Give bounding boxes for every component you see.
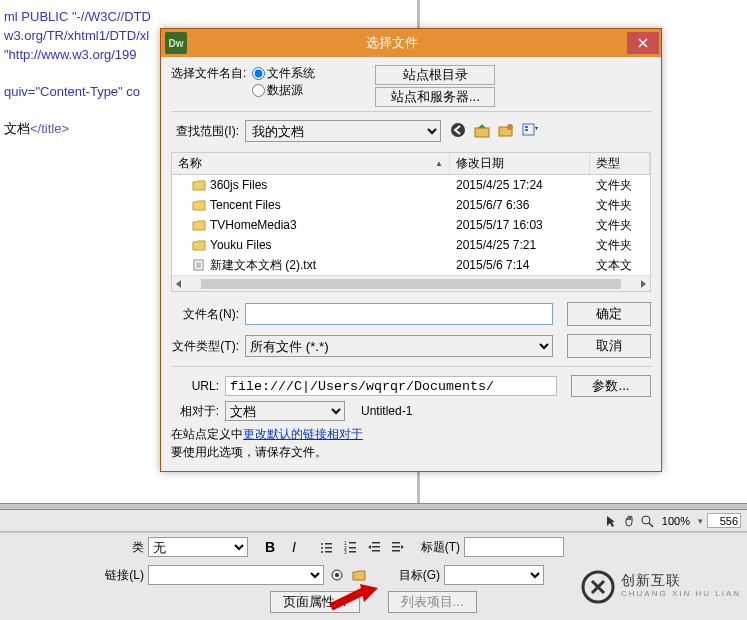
list-item-button[interactable]: 列表项目... — [388, 591, 477, 613]
file-type: 文件夹 — [590, 177, 650, 194]
relative-select[interactable]: 文档 — [225, 401, 345, 421]
filename-label: 文件名(N): — [171, 306, 245, 323]
hand-tool-icon[interactable] — [622, 514, 636, 528]
file-row[interactable]: Youku Files2015/4/25 7:21文件夹 — [172, 235, 650, 255]
horizontal-splitter[interactable] — [0, 503, 747, 510]
svg-line-12 — [649, 523, 653, 527]
file-name: Tencent Files — [210, 198, 281, 212]
pointer-tool-icon[interactable] — [604, 514, 618, 528]
svg-point-0 — [451, 123, 465, 137]
params-button[interactable]: 参数... — [571, 375, 651, 397]
radio-datasource[interactable]: 数据源 — [252, 82, 315, 99]
filetype-select[interactable]: 所有文件 (*.*) — [245, 335, 553, 357]
class-label: 类 — [104, 539, 144, 556]
svg-rect-24 — [349, 551, 356, 553]
column-type[interactable]: 类型 — [590, 153, 650, 174]
site-server-button[interactable]: 站点和服务器... — [375, 87, 495, 107]
svg-rect-25 — [372, 542, 380, 544]
svg-point-15 — [321, 547, 323, 549]
link-select[interactable] — [148, 565, 324, 585]
column-name[interactable]: 名称▲ — [172, 153, 450, 174]
svg-rect-5 — [525, 126, 528, 128]
svg-rect-16 — [325, 547, 332, 549]
svg-rect-6 — [525, 129, 528, 131]
svg-rect-20 — [349, 542, 356, 544]
folder-icon — [192, 219, 206, 231]
svg-point-17 — [321, 551, 323, 553]
file-row[interactable]: TVHomeMedia32015/5/17 16:03文件夹 — [172, 215, 650, 235]
svg-point-3 — [507, 124, 513, 130]
svg-rect-1 — [475, 128, 489, 137]
file-date: 2015/4/25 17:24 — [450, 178, 590, 192]
folder-icon — [192, 199, 206, 211]
up-folder-icon[interactable] — [473, 121, 491, 142]
file-type: 文件夹 — [590, 217, 650, 234]
dialog-title: 选择文件 — [187, 34, 627, 52]
indent-button[interactable] — [388, 537, 408, 557]
dialog-titlebar[interactable]: Dw 选择文件 — [161, 29, 661, 57]
italic-button[interactable]: I — [284, 537, 304, 557]
file-date: 2015/5/6 7:14 — [450, 258, 590, 272]
svg-rect-29 — [392, 546, 400, 548]
svg-rect-4 — [523, 124, 534, 135]
svg-point-11 — [642, 516, 650, 524]
class-select[interactable]: 无 — [148, 537, 248, 557]
svg-rect-27 — [372, 550, 380, 552]
file-list-hscroll[interactable] — [172, 275, 650, 291]
folder-icon — [192, 179, 206, 191]
lookin-select[interactable]: 我的文档 — [245, 120, 441, 142]
relative-doc-name: Untitled-1 — [361, 404, 412, 418]
size-box[interactable] — [707, 513, 741, 528]
file-type: 文本文 — [590, 257, 650, 274]
file-type: 文件夹 — [590, 237, 650, 254]
svg-point-32 — [335, 573, 339, 577]
radio-filesystem[interactable]: 文件系统 — [252, 65, 315, 82]
svg-rect-30 — [392, 550, 400, 552]
title-input[interactable] — [464, 537, 564, 557]
back-icon[interactable] — [449, 121, 467, 142]
file-date: 2015/5/17 16:03 — [450, 218, 590, 232]
target-select[interactable] — [444, 565, 544, 585]
file-date: 2015/4/25 7:21 — [450, 238, 590, 252]
svg-text:3: 3 — [344, 549, 347, 554]
point-to-file-icon[interactable] — [328, 566, 346, 584]
file-name: 360js Files — [210, 178, 267, 192]
cancel-button[interactable]: 取消 — [567, 334, 651, 358]
ul-button[interactable] — [316, 537, 336, 557]
svg-rect-26 — [372, 546, 380, 548]
lookin-label: 查找范围(I): — [171, 123, 245, 140]
app-icon: Dw — [165, 32, 187, 54]
ol-button[interactable]: 123 — [340, 537, 360, 557]
page-properties-button[interactable]: 页面属性... — [270, 591, 359, 613]
browse-folder-icon[interactable] — [350, 566, 368, 584]
zoom-level[interactable]: 100% — [662, 515, 690, 527]
file-name: Youku Files — [210, 238, 272, 252]
file-date: 2015/6/7 6:36 — [450, 198, 590, 212]
bold-button[interactable]: B — [260, 537, 280, 557]
svg-rect-22 — [349, 547, 356, 549]
change-default-link[interactable]: 更改默认的链接相对于 — [243, 427, 363, 441]
close-button[interactable] — [627, 32, 659, 54]
site-root-button[interactable]: 站点根目录 — [375, 65, 495, 85]
svg-rect-14 — [325, 543, 332, 545]
svg-point-13 — [321, 543, 323, 545]
view-menu-icon[interactable] — [521, 121, 539, 142]
new-folder-icon[interactable] — [497, 121, 515, 142]
column-date[interactable]: 修改日期 — [450, 153, 590, 174]
filename-input[interactable] — [245, 303, 553, 325]
text-file-icon — [192, 259, 206, 271]
url-input[interactable] — [225, 376, 557, 396]
outdent-button[interactable] — [364, 537, 384, 557]
source-label: 选择文件名自: — [171, 65, 252, 82]
file-name: 新建文本文档 (2).txt — [210, 257, 316, 274]
file-row[interactable]: Tencent Files2015/6/7 6:36文件夹 — [172, 195, 650, 215]
zoom-dropdown-icon[interactable]: ▾ — [698, 516, 703, 526]
filetype-label: 文件类型(T): — [171, 338, 245, 355]
url-label: URL: — [171, 379, 225, 393]
ok-button[interactable]: 确定 — [567, 302, 651, 326]
folder-icon — [192, 239, 206, 251]
file-row[interactable]: 360js Files2015/4/25 17:24文件夹 — [172, 175, 650, 195]
zoom-tool-icon[interactable] — [640, 514, 654, 528]
file-row[interactable]: 新建文本文档 (2).txt2015/5/6 7:14文本文 — [172, 255, 650, 275]
relative-label: 相对于: — [171, 403, 225, 420]
